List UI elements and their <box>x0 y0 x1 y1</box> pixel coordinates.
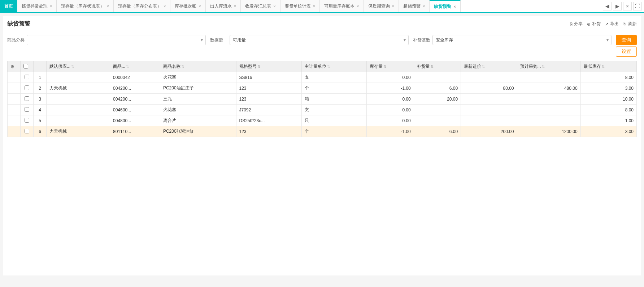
col-header-checkbox[interactable] <box>21 61 34 72</box>
col-sort-estimated-purchase[interactable]: 预计采购... ⇅ <box>520 63 545 70</box>
tab-expand-button[interactable]: ⛶ <box>633 2 642 10</box>
tab-inventory-dist[interactable]: 现存量（库存分布表） × <box>114 0 170 12</box>
row-checkbox-0[interactable] <box>25 75 29 79</box>
tab-receive-summary-close[interactable]: × <box>273 4 275 8</box>
settings-button[interactable]: 设置 <box>616 47 637 57</box>
row-checkbox-1[interactable] <box>25 85 29 90</box>
tab-order-stats-close[interactable]: × <box>313 4 315 8</box>
filter-groups: 商品分类 数据源 可用量 补货基数 <box>7 35 612 45</box>
col-sort-latest-price[interactable]: 最新进价 ⇅ <box>464 63 485 70</box>
category-select[interactable] <box>27 35 206 45</box>
datasource-select[interactable]: 可用量 <box>230 35 409 45</box>
col-header-replenish-qty[interactable]: 补货量 ⇅ <box>414 61 461 72</box>
row-stock-1: -1.00 <box>367 83 414 94</box>
row-checkbox-cell[interactable] <box>21 126 34 137</box>
tab-home[interactable]: 首页 <box>0 0 17 12</box>
page-title: 缺货预警 <box>7 20 570 28</box>
row-checkbox-cell[interactable] <box>21 83 34 94</box>
row-checkbox-5[interactable] <box>25 129 29 133</box>
col-header-product-name[interactable]: 商品名称 ⇅ <box>160 61 236 72</box>
col-header-latest-price[interactable]: 最新进价 ⇅ <box>461 61 517 72</box>
tab-inout-flow-close[interactable]: × <box>234 4 236 8</box>
col-header-unit[interactable]: 主计量单位 ⇅ <box>302 61 367 72</box>
export-button[interactable]: ↗ 导出 <box>605 21 619 27</box>
row-settings-cell <box>8 115 21 126</box>
tab-expiry-label: 保质期查询 <box>368 3 390 9</box>
col-product-name-label: 商品名称 <box>163 63 180 70</box>
col-header-min-stock[interactable]: 最低库存 ⇅ <box>580 61 636 72</box>
row-checkbox-cell[interactable] <box>21 94 34 105</box>
row-unit-4: 只 <box>302 115 367 126</box>
row-checkbox-cell[interactable] <box>21 72 34 83</box>
share-button[interactable]: ⎘ 分享 <box>570 21 583 27</box>
tab-refining[interactable]: 拣货异常处理 × <box>17 0 57 12</box>
tab-expiry-close[interactable]: × <box>392 4 394 8</box>
refresh-button[interactable]: ↻ 刷新 <box>623 21 637 27</box>
row-checkbox-cell[interactable] <box>21 105 34 115</box>
row-spec-1: 123 <box>236 83 302 94</box>
row-min-stock-5: 3.00 <box>580 126 636 137</box>
replenish-base-label: 补货基数 <box>413 37 430 43</box>
row-index-2: 3 <box>34 94 47 105</box>
col-header-supplier[interactable]: 默认供应... ⇅ <box>47 61 110 72</box>
query-button[interactable]: 查询 <box>616 35 637 45</box>
col-sort-min-stock[interactable]: 最低库存 ⇅ <box>584 63 605 70</box>
replenish-button[interactable]: ⊕ 补货 <box>587 21 601 27</box>
select-all-checkbox[interactable] <box>23 64 28 69</box>
tab-inventory-status[interactable]: 现存量（库存状况表） × <box>57 0 113 12</box>
tab-order-stats[interactable]: 要货单统计表 × <box>280 0 320 12</box>
col-header-settings[interactable]: ⚙ <box>8 61 21 72</box>
tab-close-all-button[interactable]: × <box>623 2 632 10</box>
row-replenish-qty-0 <box>414 72 461 83</box>
category-filter-group: 商品分类 <box>7 35 206 45</box>
col-sort-product-name[interactable]: 商品名称 ⇅ <box>163 63 184 70</box>
tab-overstock-label: 超储预警 <box>403 3 421 9</box>
row-estimated-purchase-2 <box>517 94 580 105</box>
row-min-stock-1: 3.00 <box>580 83 636 94</box>
tab-inout-flow[interactable]: 出入库流水 × <box>206 0 241 12</box>
tab-expiry[interactable]: 保质期查询 × <box>364 0 399 12</box>
filter-action-buttons: 查询 设置 <box>616 35 637 57</box>
col-estimated-purchase-label: 预计采购... <box>520 63 541 70</box>
col-header-stock[interactable]: 库存量 ⇅ <box>367 61 414 72</box>
tab-batch-close[interactable]: × <box>199 4 201 8</box>
col-header-index <box>34 61 47 72</box>
col-supplier-label: 默认供应... <box>49 63 70 70</box>
header-actions: ⎘ 分享 ⊕ 补货 ↗ 导出 ↻ 刷新 <box>570 21 637 27</box>
row-estimated-purchase-3 <box>517 105 580 115</box>
row-checkbox-cell[interactable] <box>21 115 34 126</box>
col-header-estimated-purchase[interactable]: 预计采购... ⇅ <box>517 61 580 72</box>
tab-refining-close[interactable]: × <box>50 4 52 8</box>
row-unit-0: 支 <box>302 72 367 83</box>
col-sort-stock[interactable]: 库存量 ⇅ <box>370 63 386 70</box>
export-icon: ↗ <box>605 22 609 27</box>
tab-receive-summary[interactable]: 收发存汇总表 × <box>241 0 280 12</box>
table-gear-icon[interactable]: ⚙ <box>10 64 14 69</box>
tab-inventory-dist-close[interactable]: × <box>164 4 166 8</box>
col-stock-label: 库存量 <box>370 63 383 70</box>
row-replenish-qty-5: 6.00 <box>414 126 461 137</box>
tab-available-ledger[interactable]: 可用量库存账本 × <box>320 0 364 12</box>
tab-overstock[interactable]: 超储预警 × <box>399 0 430 12</box>
col-sort-supplier[interactable]: 默认供应... ⇅ <box>49 63 74 70</box>
row-checkbox-4[interactable] <box>25 118 29 123</box>
tab-available-ledger-close[interactable]: × <box>357 4 359 8</box>
col-sort-spec[interactable]: 规格型号 ⇅ <box>239 63 260 70</box>
col-header-product-code[interactable]: 商品... ⇅ <box>110 61 160 72</box>
tab-prev-button[interactable]: ◀ <box>603 2 612 10</box>
col-header-spec[interactable]: 规格型号 ⇅ <box>236 61 302 72</box>
tab-inventory-status-close[interactable]: × <box>106 4 109 8</box>
col-sort-replenish-qty[interactable]: 补货量 ⇅ <box>417 63 434 70</box>
replenish-base-select[interactable]: 安全库存 <box>432 35 612 45</box>
tab-overstock-close[interactable]: × <box>423 4 425 8</box>
row-unit-2: 箱 <box>302 94 367 105</box>
col-sort-product-code[interactable]: 商品... ⇅ <box>113 63 129 70</box>
tab-batch[interactable]: 库存批次账 × <box>170 0 205 12</box>
row-checkbox-2[interactable] <box>25 96 29 101</box>
tab-shortage[interactable]: 缺货预警 × <box>430 0 460 12</box>
col-sort-unit[interactable]: 主计量单位 ⇅ <box>305 63 330 70</box>
tab-shortage-close[interactable]: × <box>453 4 456 9</box>
tab-batch-label: 库存批次账 <box>175 3 196 9</box>
tab-next-button[interactable]: ▶ <box>613 2 622 10</box>
row-checkbox-3[interactable] <box>25 107 29 112</box>
